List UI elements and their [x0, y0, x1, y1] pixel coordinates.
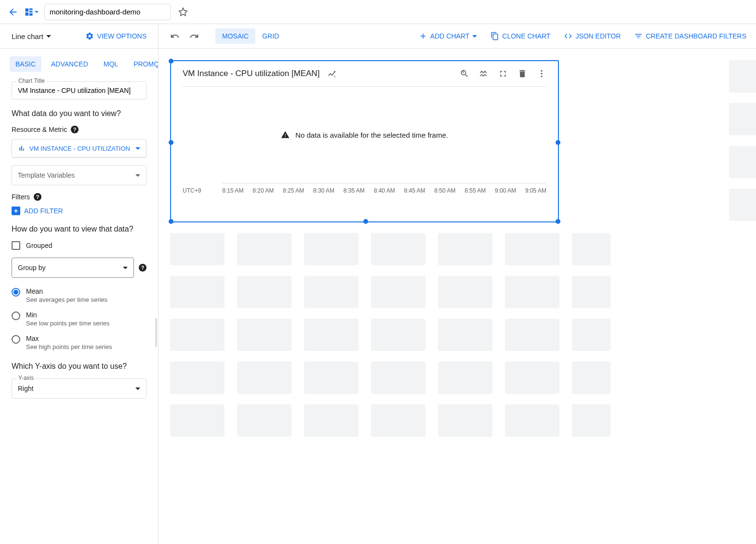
- mean-desc: See averages per time series: [26, 296, 107, 303]
- placeholder-tile: [572, 233, 610, 265]
- placeholder-tile: [729, 60, 756, 92]
- group-by-label: Group by: [18, 264, 46, 272]
- metric-selector[interactable]: VM INSTANCE - CPU UTILIZATION: [12, 139, 146, 157]
- star-icon[interactable]: [178, 7, 188, 17]
- placeholder-tile: [438, 319, 492, 351]
- placeholder-tile: [371, 319, 425, 351]
- placeholder-tile: [505, 319, 559, 351]
- placeholder-tile: [572, 362, 610, 394]
- placeholder-tile: [371, 362, 425, 394]
- redo-icon[interactable]: [187, 29, 201, 43]
- help-icon[interactable]: ?: [139, 264, 146, 272]
- placeholder-tile: [572, 319, 610, 351]
- axis-tick: 9:05 AM: [525, 187, 546, 194]
- placeholder-tile: [438, 362, 492, 394]
- placeholder-tile: [729, 103, 756, 135]
- back-arrow-icon[interactable]: [8, 7, 18, 17]
- svg-point-1: [541, 70, 542, 72]
- config-tab-promql[interactable]: PROMQL: [128, 56, 159, 72]
- placeholder-tile: [170, 319, 225, 351]
- placeholder-tile: [304, 319, 358, 351]
- placeholder-tile: [371, 404, 425, 437]
- axis-tick: 8:25 AM: [283, 187, 304, 194]
- fullscreen-icon[interactable]: [498, 69, 508, 78]
- layout-tab-mosaic[interactable]: MOSAIC: [215, 28, 255, 44]
- legend-icon[interactable]: [479, 69, 489, 78]
- axis-timezone: UTC+9: [183, 187, 201, 194]
- reset-zoom-icon[interactable]: [460, 69, 469, 78]
- resize-handle-s[interactable]: [363, 219, 368, 224]
- placeholder-tile: [729, 146, 756, 178]
- svg-point-3: [541, 76, 542, 77]
- scrollbar[interactable]: [155, 318, 157, 347]
- min-desc: See low points per time series: [26, 320, 109, 327]
- chart-card[interactable]: VM Instance - CPU utilization [MEAN] No …: [170, 60, 559, 222]
- chart-type-selector[interactable]: Line chart: [12, 32, 51, 40]
- axis-tick: 8:55 AM: [464, 187, 486, 194]
- placeholder-tile: [170, 276, 225, 308]
- placeholder-tile: [505, 276, 559, 308]
- chart-card-title: VM Instance - CPU utilization [MEAN]: [183, 69, 319, 78]
- placeholder-tile: [505, 404, 559, 437]
- plus-icon: +: [12, 207, 20, 215]
- more-menu-icon[interactable]: [537, 69, 546, 78]
- axis-tick: 8:30 AM: [313, 187, 334, 194]
- chart-line-icon[interactable]: [327, 69, 337, 78]
- resource-metric-label: Resource & Metric: [12, 126, 67, 133]
- help-icon[interactable]: ?: [71, 126, 79, 133]
- dashboard-name-input[interactable]: [44, 4, 171, 20]
- help-icon[interactable]: ?: [34, 193, 41, 201]
- clone-chart-label: CLONE CHART: [502, 32, 550, 40]
- undo-icon[interactable]: [168, 29, 182, 43]
- axis-tick: 8:20 AM: [252, 187, 274, 194]
- add-chart-button[interactable]: ADD CHART: [419, 32, 477, 40]
- aggregation-max-radio[interactable]: [12, 335, 20, 344]
- filters-label: Filters: [12, 193, 30, 201]
- yaxis-value: Right: [18, 385, 34, 392]
- resize-handle-sw[interactable]: [169, 219, 173, 224]
- template-variables-placeholder: Template Variables: [18, 171, 75, 179]
- clone-chart-button[interactable]: CLONE CHART: [491, 32, 550, 40]
- placeholder-tile: [237, 319, 292, 351]
- add-filter-label: ADD FILTER: [24, 207, 63, 215]
- json-editor-button[interactable]: JSON EDITOR: [564, 32, 621, 40]
- aggregation-mean-radio[interactable]: [12, 288, 20, 297]
- max-desc: See high points per time series: [26, 343, 112, 350]
- chart-type-label: Line chart: [12, 32, 43, 40]
- delete-icon[interactable]: [517, 69, 527, 78]
- chart-title-field-label: Chart Title: [16, 78, 47, 84]
- metric-chip-label: VM INSTANCE - CPU UTILIZATION: [29, 145, 132, 152]
- dashboard-type-icon[interactable]: [24, 7, 39, 17]
- create-filters-label: CREATE DASHBOARD FILTERS: [646, 32, 746, 40]
- yaxis-select[interactable]: Right: [12, 378, 146, 399]
- data-section-heading: What data do you want to view?: [12, 109, 146, 118]
- layout-tab-grid[interactable]: GRID: [255, 28, 286, 44]
- create-filters-button[interactable]: CREATE DASHBOARD FILTERS: [634, 32, 746, 40]
- placeholder-tile: [237, 404, 292, 437]
- config-tab-basic[interactable]: BASIC: [10, 56, 41, 72]
- axis-tick: 9:00 AM: [495, 187, 516, 194]
- grouped-checkbox[interactable]: [12, 241, 20, 250]
- axis-ticks: 8:15 AM 8:20 AM 8:25 AM 8:30 AM 8:35 AM …: [222, 183, 546, 194]
- add-filter-button[interactable]: + ADD FILTER: [12, 207, 146, 215]
- axis-tick: 8:15 AM: [222, 187, 243, 194]
- aggregation-min-radio[interactable]: [12, 311, 20, 320]
- template-variables-select[interactable]: Template Variables: [12, 165, 146, 185]
- grouped-label: Grouped: [26, 242, 52, 249]
- resize-handle-se[interactable]: [556, 219, 560, 224]
- view-section-heading: How do you want to view that data?: [12, 225, 146, 233]
- placeholder-tile: [438, 233, 492, 265]
- view-options-label: VIEW OPTIONS: [97, 32, 146, 40]
- resize-handle-nw[interactable]: [169, 59, 173, 64]
- yaxis-section-heading: Which Y-axis do you want to use?: [12, 362, 146, 371]
- placeholder-tile: [438, 276, 492, 308]
- yaxis-field-label: Y-axis: [16, 375, 36, 381]
- group-by-select[interactable]: Group by: [12, 258, 134, 278]
- placeholder-tile: [170, 233, 225, 265]
- placeholder-tile: [304, 404, 358, 437]
- view-options-button[interactable]: VIEW OPTIONS: [85, 32, 146, 40]
- placeholder-tile: [729, 189, 756, 221]
- json-editor-label: JSON EDITOR: [575, 32, 621, 40]
- config-tab-advanced[interactable]: ADVANCED: [45, 56, 94, 72]
- config-tab-mql[interactable]: MQL: [98, 56, 124, 72]
